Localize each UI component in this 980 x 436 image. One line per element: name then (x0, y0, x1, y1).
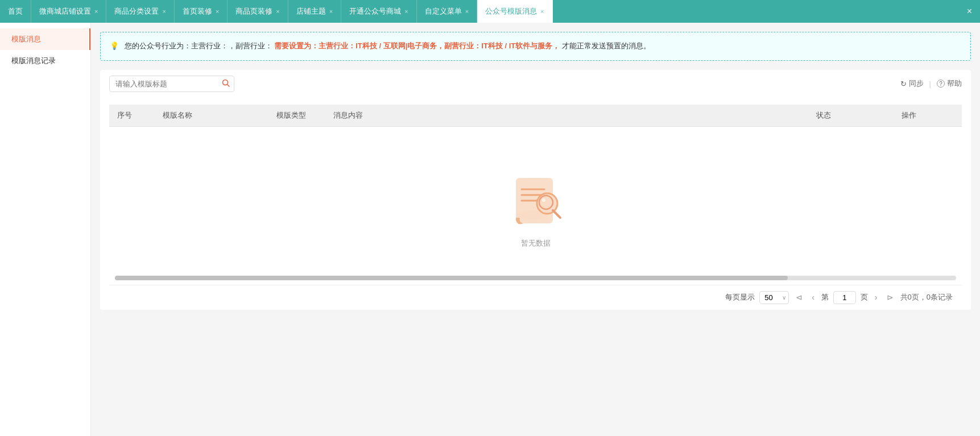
horizontal-scrollbar[interactable] (115, 276, 956, 280)
nav-tab-product-page-decor[interactable]: 商品页装修 × (228, 0, 288, 23)
page-first-button[interactable]: ⊲ (793, 292, 805, 303)
col-header-content: 消息内容 (325, 105, 808, 127)
empty-illustration (502, 161, 570, 229)
col-header-action: 操作 (894, 105, 962, 127)
main-layout: 模版消息 模版消息记录 💡 您的公众号行业为：主营行业：，副营行业： 需要设置为… (0, 23, 980, 436)
nav-tab-custom-menu[interactable]: 自定义菜单 × (417, 0, 477, 23)
help-icon: ? (937, 80, 945, 88)
nav-tab-store-theme[interactable]: 店铺主题 × (288, 0, 341, 23)
notice-box: 💡 您的公众号行业为：主营行业：，副营行业： 需要设置为：主营行业：IT科技 /… (100, 32, 971, 61)
col-header-name: 模版名称 (155, 105, 268, 127)
close-icon[interactable]: × (216, 8, 219, 15)
search-input-wrap (109, 76, 234, 92)
nav-tab-open-wechat-mall[interactable]: 开通公众号商城 × (341, 0, 416, 23)
page-size-label: 每页显示 (725, 292, 755, 302)
data-table: 序号 模版名称 模版类型 消息内容 状态 操作 (109, 105, 962, 271)
page-label: 第 (821, 292, 829, 302)
col-header-status: 状态 (808, 105, 894, 127)
close-icon[interactable]: × (162, 8, 166, 15)
page-next-button[interactable]: › (873, 292, 880, 303)
search-button[interactable] (222, 79, 230, 89)
sidebar: 模版消息 模版消息记录 (0, 23, 91, 436)
nav-tab-product-category[interactable]: 商品分类设置 × (106, 0, 174, 23)
close-icon[interactable]: × (465, 8, 469, 15)
svg-line-1 (228, 84, 230, 86)
content-area: 💡 您的公众号行业为：主营行业：，副营行业： 需要设置为：主营行业：IT科技 /… (91, 23, 980, 436)
page-prev-button[interactable]: ‹ (809, 292, 817, 303)
sidebar-item-template-record[interactable]: 模版消息记录 (0, 50, 90, 72)
close-icon[interactable]: × (94, 8, 98, 15)
col-header-seq: 序号 (109, 105, 155, 127)
page-number-input[interactable] (833, 291, 856, 304)
page-size-select[interactable]: 50 10 20 100 (759, 291, 789, 304)
nav-tab-wechat-shop[interactable]: 微商城店铺设置 × (31, 0, 106, 23)
col-header-type: 模版类型 (268, 105, 325, 127)
empty-state: 暂无数据 (109, 127, 962, 271)
notice-icon: 💡 (110, 41, 119, 50)
toolbar-divider: | (929, 80, 931, 88)
toolbar-right: ↻ 同步 | ? 帮助 (900, 78, 962, 89)
close-icon[interactable]: × (540, 8, 544, 15)
empty-text: 暂无数据 (521, 238, 551, 248)
search-bar: ↻ 同步 | ? 帮助 (109, 70, 962, 98)
svg-line-9 (553, 210, 560, 218)
close-icon[interactable]: × (329, 8, 333, 15)
help-button[interactable]: ? 帮助 (937, 78, 962, 89)
pagination-bar: 每页显示 50 10 20 100 ⊲ ‹ 第 页 › ⊳ 共0页，0条记录 (109, 285, 962, 310)
nav-tab-homepage-decor[interactable]: 首页装修 × (175, 0, 228, 23)
sync-icon: ↻ (900, 80, 907, 88)
search-input[interactable] (109, 76, 234, 92)
close-all-button[interactable]: × (959, 6, 980, 16)
close-icon[interactable]: × (404, 8, 408, 15)
svg-point-10 (542, 198, 545, 202)
close-icon[interactable]: × (276, 8, 279, 15)
page-total: 共0页，0条记录 (900, 292, 953, 302)
nav-tab-template-message[interactable]: 公众号模版消息 × (477, 0, 552, 23)
sidebar-item-template-message[interactable]: 模版消息 (0, 28, 90, 50)
sync-button[interactable]: ↻ 同步 (900, 78, 924, 89)
scrollbar-thumb (115, 276, 788, 280)
page-size-select-wrap: 50 10 20 100 (759, 291, 789, 304)
nav-tab-home[interactable]: 首页 (0, 0, 31, 23)
page-last-button[interactable]: ⊳ (884, 292, 896, 303)
scrollbar-area (109, 271, 962, 285)
top-nav: 首页 微商城店铺设置 × 商品分类设置 × 首页装修 × 商品页装修 × 店铺主… (0, 0, 980, 23)
page-unit: 页 (861, 292, 868, 302)
